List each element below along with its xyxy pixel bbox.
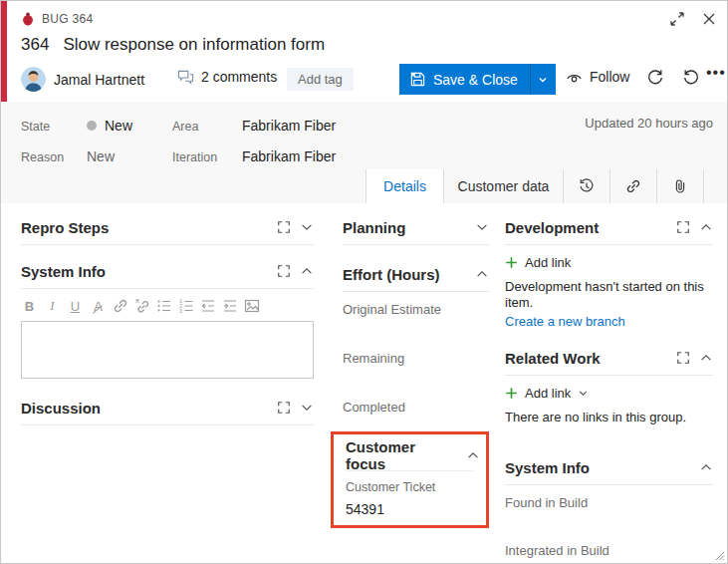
state-color-dot [87,121,97,131]
save-close-label: Save & Close [433,72,518,88]
rich-text-toolbar: B I U A 123 [21,296,314,316]
follow-button[interactable]: Follow [559,69,629,85]
chevron-up-icon[interactable] [699,351,713,365]
fullscreen-icon[interactable] [277,264,291,278]
system-info-group-header: System Info [21,259,314,283]
system-info-title: System Info [21,263,268,280]
development-group-header: Development [505,215,713,239]
development-title: Development [505,219,667,236]
tab-links[interactable] [610,169,657,203]
related-work-empty-message: There are no links in this group. [505,410,713,425]
state-value[interactable]: New [87,118,132,134]
save-options-dropdown[interactable] [530,64,556,95]
customer-ticket-value[interactable]: 54391 [346,501,480,517]
development-empty-message: Development hasn't started on this item. [505,279,713,311]
divider [505,375,713,376]
system-info-editor[interactable] [21,321,314,379]
insert-link-icon[interactable] [113,298,128,314]
plus-icon [505,387,518,400]
chevron-up-icon[interactable] [699,220,713,234]
assignee-name: Jamal Hartnett [54,72,144,88]
bulleted-list-icon[interactable] [156,298,172,314]
work-item-title[interactable]: Slow response on information form [63,35,325,55]
numbered-list-icon[interactable]: 123 [178,298,194,314]
divider [505,484,713,485]
related-work-add-link-button[interactable]: Add link [505,386,713,401]
resize-grip[interactable] [713,549,725,561]
customer-ticket-label: Customer Ticket [346,480,480,494]
related-work-group-header: Related Work [505,346,713,370]
tab-attachments[interactable] [657,169,704,203]
development-add-link-button[interactable]: Add link [505,255,713,270]
chevron-up-icon[interactable] [699,460,713,474]
chevron-up-icon[interactable] [475,267,489,281]
svg-text:3: 3 [179,308,182,314]
customer-focus-group: Customer focus Customer Ticket 54391 [334,434,486,517]
system-info-build-title: System Info [505,459,690,476]
underline-icon[interactable]: U [67,299,84,314]
iteration-value[interactable]: Fabrikam Fiber [242,148,336,164]
tab-details[interactable]: Details [365,169,444,203]
remove-link-icon[interactable] [134,298,150,314]
integrated-in-build-label: Integrated in Build [505,543,713,558]
assignee-picker[interactable]: Jamal Hartnett [21,67,144,92]
save-close-button[interactable]: Save & Close [399,64,530,95]
add-tag-button[interactable]: Add tag [287,68,354,91]
right-column: Development Add link Development hasn't … [505,203,713,558]
expand-dialog-icon[interactable] [669,11,685,27]
chevron-down-icon[interactable] [300,401,314,415]
fullscreen-icon[interactable] [676,220,690,234]
divider [21,424,314,425]
outdent-icon[interactable] [200,298,216,314]
italic-icon[interactable]: I [44,298,61,314]
area-value[interactable]: Fabrikam Fiber [242,118,336,134]
updated-timestamp[interactable]: Updated 20 hours ago [585,116,713,131]
repro-steps-group-header: Repro Steps [21,215,314,239]
close-dialog-icon[interactable] [701,11,717,27]
indent-icon[interactable] [222,298,238,314]
insert-image-icon[interactable] [244,298,260,314]
left-column: Repro Steps System Info B I U A [21,203,314,425]
more-actions-button[interactable]: ••• [706,64,726,82]
tab-bar-filler [704,169,727,203]
fullscreen-icon[interactable] [676,351,690,365]
tab-history[interactable] [564,169,610,203]
save-icon [410,72,425,87]
system-info-build-group-header: System Info [505,455,713,479]
bold-icon[interactable]: B [21,299,38,314]
chevron-down-icon[interactable] [300,220,314,234]
reason-value[interactable]: New [87,148,115,164]
customer-focus-group-header: Customer focus [346,443,480,467]
discussion-title: Discussion [21,400,268,417]
follow-label: Follow [590,69,629,85]
area-label: Area [172,120,198,134]
chevron-up-icon[interactable] [300,264,314,278]
customer-focus-title: Customer focus [346,438,457,472]
tab-customer-data[interactable]: Customer data [444,169,564,203]
add-link-label: Add link [525,386,571,401]
repro-steps-title: Repro Steps [21,219,268,236]
divider [21,244,314,245]
divider [343,244,489,245]
chevron-down-icon [578,388,589,399]
work-item-type-label: BUG 364 [42,12,93,26]
work-item-title-row: 364 Slow response on information form [21,35,325,59]
clear-format-icon[interactable]: A [90,299,107,314]
follow-icon [566,70,583,85]
tab-bar: Details Customer data [365,169,727,203]
create-branch-link[interactable]: Create a new branch [505,314,713,329]
fullscreen-icon[interactable] [277,401,291,415]
revert-icon[interactable] [682,69,700,87]
comments-button[interactable]: 2 comments [177,69,277,85]
fullscreen-icon[interactable] [277,220,291,234]
planning-group-header: Planning [343,215,489,239]
divider [343,291,489,292]
divider [21,288,314,289]
refresh-icon[interactable] [646,69,664,87]
command-bar: Jamal Hartnett 2 comments Add tag Save &… [21,64,717,96]
comments-icon [177,70,194,85]
chevron-up-icon[interactable] [466,448,480,462]
middle-column: Planning Effort (Hours) Original Estimat… [343,203,489,415]
effort-title: Effort (Hours) [343,266,466,283]
chevron-down-icon[interactable] [475,220,489,234]
